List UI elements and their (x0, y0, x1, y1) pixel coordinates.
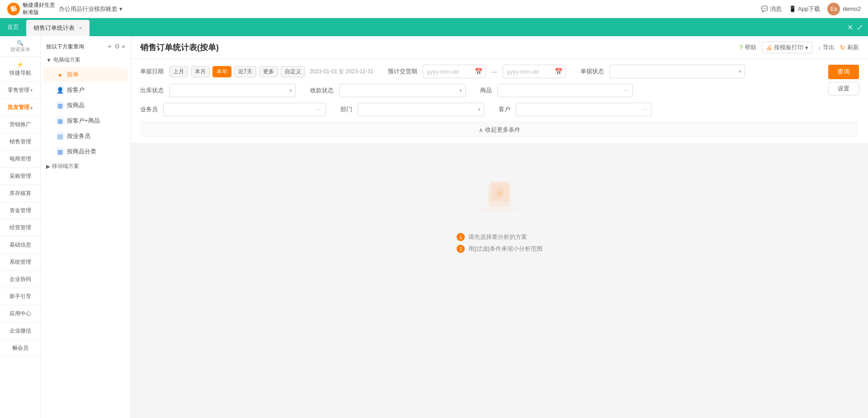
sidebar-item-ecommerce[interactable]: 电商管理 (0, 151, 40, 168)
search-icon: 🔍 (17, 40, 24, 46)
mobile-section-title[interactable]: ▶ 移动端方案 (41, 160, 131, 173)
top-bar-right: 💬 消息 📱 App下载 Ea demo2 (761, 3, 861, 15)
sidebar-item-enterprise-wechat[interactable]: 企业微信 (0, 323, 40, 340)
refresh-btn[interactable]: ↻ 刷新 (840, 43, 859, 52)
sidebar-item-retail-mgmt[interactable]: 零售管理 ▾ (0, 82, 40, 99)
app-download-btn[interactable]: 📱 App下载 (789, 5, 820, 13)
status-select[interactable] (609, 65, 745, 78)
collapse-arrow-icon: ∧ (479, 127, 483, 133)
sidebar-item-system[interactable]: 系统管理 (0, 254, 40, 271)
app-selector[interactable]: 办公用品行业模拟账套 ▾ (59, 5, 123, 13)
delivery-status-select[interactable] (169, 84, 296, 97)
refresh-icon: ↻ (840, 44, 845, 51)
top-bar: 畅 畅捷通好生意 标准版 办公用品行业模拟账套 ▾ 💬 消息 📱 App下载 E… (0, 0, 868, 18)
query-button[interactable]: 查询 (828, 65, 859, 79)
tab-sales-statistics[interactable]: 销售订单统计表 × (26, 20, 90, 36)
print-dropdown-icon: ▾ (805, 44, 808, 51)
date-btn-more[interactable]: 更多 (259, 66, 278, 77)
sidebar-item-marketing[interactable]: 营销推广 (0, 116, 40, 133)
salesperson-label: 业务员 (140, 105, 158, 114)
message-btn[interactable]: 💬 消息 (761, 5, 782, 13)
user-area[interactable]: Ea demo2 (827, 3, 861, 15)
sidebar-item-new-guide[interactable]: 新手引导 (0, 288, 40, 305)
date-btn-this-month[interactable]: 本月 (191, 66, 210, 77)
panel-item-by-order[interactable]: ● 按单 (43, 67, 128, 82)
empty-tip-2: 2 用[过滤]条件来缩小分析范围 (457, 245, 542, 253)
payment-status-select-wrap: ▾ (339, 84, 466, 97)
status-label: 单据状态 (580, 67, 604, 76)
department-select[interactable] (358, 103, 484, 116)
by-customer-icon: 👤 (56, 86, 64, 94)
left-panel-header: 按以下方案查询 ＋ ⊙ « (41, 40, 131, 53)
pc-section-title[interactable]: ▼ 电脑端方案 (41, 53, 131, 66)
by-customer-product-icon: ▦ (56, 117, 64, 125)
pc-section-arrow-icon: ▼ (46, 57, 52, 63)
tab-close-window-icon[interactable]: ✕ (847, 23, 853, 32)
salesperson-input[interactable] (163, 103, 326, 116)
panel-item-by-customer-product[interactable]: ▦ 按客户+商品 (43, 114, 128, 128)
collapse-filter-btn[interactable]: ∧ 收起更多条件 (140, 122, 859, 138)
sidebar-item-basic-info[interactable]: 基础信息 (0, 237, 40, 254)
salesperson-dots-icon[interactable]: ··· (316, 105, 322, 114)
empty-tip-1: 1 请先选择要分析的方案 (457, 233, 542, 241)
top-bar-left: 畅 畅捷通好生意 标准版 办公用品行业模拟账套 ▾ (7, 2, 123, 16)
left-panel: 按以下方案查询 ＋ ⊙ « ▼ 电脑端方案 ● 按单 👤 按客户 ▦ 按商品 ▦… (41, 36, 131, 418)
tab-close-icon[interactable]: × (79, 25, 82, 31)
edit-scheme-icon[interactable]: ⊙ (114, 43, 120, 51)
sidebar-search[interactable]: 🔍 搜索菜单 (0, 36, 40, 57)
calendar-end-icon: 📅 (555, 68, 562, 75)
by-salesperson-icon: ▤ (56, 132, 64, 140)
template-print-btn[interactable]: 🖨 按模板打印 ▾ (762, 42, 812, 53)
customer-label: 客户 (499, 105, 510, 114)
salesperson-input-wrap: ··· (163, 103, 326, 116)
collapse-panel-icon[interactable]: « (122, 43, 125, 51)
page-header: 销售订单统计表(按单) ? 帮助 🖨 按模板打印 ▾ ↓ 导出 ↻ 刷新 (131, 36, 868, 59)
setting-button[interactable]: 设置 (828, 82, 859, 95)
panel-item-by-product[interactable]: ▦ 按商品 (43, 98, 128, 113)
by-category-icon: ▦ (56, 147, 64, 156)
tip-num-1: 1 (457, 233, 465, 241)
tab-bar: 首页 销售订单统计表 × ✕ ⤢ (0, 18, 868, 36)
sidebar-item-sales-mgmt[interactable]: 销售管理 (0, 133, 40, 151)
product-input[interactable] (497, 84, 633, 97)
sidebar-item-purchase[interactable]: 采购管理 (0, 168, 40, 185)
sidebar-item-app-center[interactable]: 应用中心 (0, 305, 40, 323)
department-select-wrap: ▾ (358, 103, 484, 116)
product-dots-icon[interactable]: ··· (623, 86, 629, 95)
sidebar-item-operations[interactable]: 经营管理 (0, 219, 40, 237)
delivery-status-label: 出库状态 (140, 86, 164, 95)
filter-area: 单据日期 上月 本月 本年 近7天 更多 自定义 2023-01-01 至 20… (131, 59, 868, 143)
logo-icon: 畅 (7, 3, 20, 15)
content-area: 销售订单统计表(按单) ? 帮助 🖨 按模板打印 ▾ ↓ 导出 ↻ 刷新 (131, 36, 868, 418)
avatar: Ea (827, 3, 840, 15)
action-buttons: 查询 设置 (828, 65, 859, 122)
panel-item-by-salesperson[interactable]: ▤ 按业务员 (43, 129, 128, 143)
logo-text: 畅捷通好生意 标准版 (23, 2, 55, 16)
calendar-start-icon: 📅 (475, 68, 482, 75)
date-btn-custom[interactable]: 自定义 (281, 66, 305, 77)
date-btn-last-7-days[interactable]: 近7天 (234, 66, 256, 77)
empty-state-tips: 1 请先选择要分析的方案 2 用[过滤]条件来缩小分析范围 (457, 233, 542, 253)
customer-input[interactable] (516, 103, 651, 116)
sidebar-item-finance[interactable]: 资金管理 (0, 202, 40, 219)
status-select-wrap: ▾ (609, 65, 745, 78)
page-actions: ? 帮助 🖨 按模板打印 ▾ ↓ 导出 ↻ 刷新 (739, 42, 859, 59)
tab-maximize-icon[interactable]: ⤢ (857, 23, 863, 32)
sidebar-item-membership[interactable]: 畅会员 (0, 340, 40, 357)
sidebar-item-quick-nav[interactable]: ⚡ 快捷导航 (0, 57, 40, 82)
export-btn[interactable]: ↓ 导出 (818, 43, 835, 52)
sidebar-item-enterprise[interactable]: 企业协同 (0, 271, 40, 288)
payment-status-select[interactable] (339, 84, 466, 97)
print-icon: 🖨 (766, 44, 772, 51)
date-btn-last-month[interactable]: 上月 (169, 66, 188, 77)
date-btn-this-year[interactable]: 本年 (212, 66, 231, 77)
panel-item-by-customer[interactable]: 👤 按客户 (43, 83, 128, 97)
add-scheme-icon[interactable]: ＋ (106, 43, 113, 51)
customer-dots-icon[interactable]: ··· (642, 105, 648, 114)
help-btn[interactable]: ? 帮助 (739, 43, 756, 52)
panel-item-by-category[interactable]: ▦ 按商品分类 (43, 144, 128, 159)
sidebar-item-wholesale-mgmt[interactable]: 批发管理 ▴ (0, 99, 40, 116)
sidebar-item-inventory[interactable]: 库存核算 (0, 185, 40, 202)
tab-home[interactable]: 首页 (0, 18, 26, 36)
delivery-status-select-wrap: ▾ (169, 84, 296, 97)
